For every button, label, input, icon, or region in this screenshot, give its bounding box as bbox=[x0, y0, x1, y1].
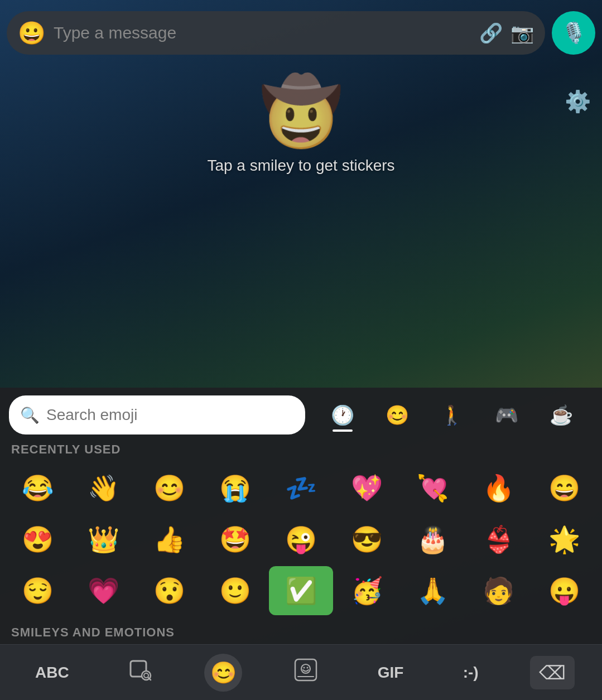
emoji-party-face[interactable]: 🥳 bbox=[335, 566, 399, 615]
emoji-sun-face[interactable]: 🌟 bbox=[533, 515, 596, 564]
people-tab-icon: 🚶 bbox=[440, 404, 464, 426]
emoji-crying[interactable]: 😭 bbox=[203, 464, 267, 513]
emoji-birthday-cake[interactable]: 🎂 bbox=[401, 515, 465, 564]
animated-emoji-button[interactable] bbox=[286, 653, 326, 692]
keyboard-row: ABC 😊 bbox=[0, 644, 602, 700]
tab-people[interactable]: 🚶 bbox=[435, 400, 469, 429]
emoji-heart-arrow[interactable]: 💘 bbox=[401, 464, 465, 513]
tab-smileys[interactable]: 😊 bbox=[380, 400, 415, 429]
mic-button[interactable]: 🎙️ bbox=[552, 11, 595, 55]
emoji-star-struck[interactable]: 🤩 bbox=[203, 515, 267, 564]
delete-button[interactable]: ⌫ bbox=[530, 656, 575, 689]
emoji-sparkle-heart[interactable]: 💖 bbox=[335, 464, 399, 513]
emoji-laughing-tears[interactable]: 😂 bbox=[6, 464, 69, 513]
activities-tab-icon: 🎮 bbox=[495, 404, 518, 426]
message-placeholder[interactable]: Type a message bbox=[54, 23, 471, 42]
emoji-crown[interactable]: 👑 bbox=[71, 515, 135, 564]
emoji-pink-heart[interactable]: 💗 bbox=[71, 566, 135, 615]
svg-point-5 bbox=[301, 664, 310, 673]
emoji-keyboard-icon: 😊 bbox=[210, 660, 237, 685]
emoji-bikini[interactable]: 👙 bbox=[467, 515, 531, 564]
search-row: 🔍 🕐 😊 🚶 🎮 ☕ bbox=[0, 388, 602, 435]
emoji-grinning[interactable]: 😄 bbox=[533, 464, 596, 513]
svg-point-6 bbox=[304, 667, 305, 669]
delete-icon: ⌫ bbox=[539, 662, 566, 684]
emoji-relieved[interactable]: 😌 bbox=[6, 566, 69, 615]
search-input[interactable] bbox=[46, 406, 294, 424]
emoji-winking-tongue[interactable]: 😜 bbox=[269, 515, 333, 564]
tab-recent[interactable]: 🕐 bbox=[325, 400, 360, 429]
abc-label: ABC bbox=[35, 664, 69, 682]
sticker-promo-text: Tap a smiley to get stickers bbox=[207, 157, 394, 175]
emoji-smiling[interactable]: 😊 bbox=[137, 464, 201, 513]
search-icon: 🔍 bbox=[20, 406, 40, 424]
sticker-promo: 🤠 Tap a smiley to get stickers bbox=[0, 73, 602, 175]
settings-icon[interactable]: ⚙️ bbox=[565, 89, 591, 114]
smileys-emotions-label: SMILEYS AND EMOTIONS bbox=[0, 617, 602, 644]
recent-tab-icon: 🕐 bbox=[331, 404, 354, 426]
svg-rect-4 bbox=[295, 659, 316, 680]
animated-emoji-icon bbox=[293, 658, 318, 687]
recently-used-label: RECENTLY USED bbox=[0, 435, 602, 461]
emoji-person-bowing[interactable]: 🧑 bbox=[467, 566, 531, 615]
emoji-panel: 🔍 🕐 😊 🚶 🎮 ☕ RECENTLY USED 😂 👋 😊 bbox=[0, 388, 602, 700]
emoji-heart-eyes[interactable]: 😍 bbox=[6, 515, 69, 564]
emoji-tongue-out[interactable]: 😛 bbox=[533, 566, 596, 615]
camera-icon[interactable]: 📷 bbox=[511, 22, 534, 44]
category-tabs: 🕐 😊 🚶 🎮 ☕ bbox=[311, 400, 594, 429]
abc-button[interactable]: ABC bbox=[27, 659, 77, 686]
sticker-mascot[interactable]: 🤠 bbox=[259, 73, 343, 151]
tab-food[interactable]: ☕ bbox=[544, 400, 579, 429]
sticker-keyboard-icon bbox=[128, 658, 153, 687]
gif-button[interactable]: GIF bbox=[370, 659, 412, 686]
food-tab-icon: ☕ bbox=[550, 404, 573, 426]
message-bar: 😀 Type a message 🔗 📷 🎙️ bbox=[7, 8, 595, 58]
emoji-zzz[interactable]: 💤 bbox=[269, 464, 333, 513]
emoji-open-icon[interactable]: 😀 bbox=[18, 20, 46, 46]
text-emoji-button[interactable]: :-) bbox=[455, 659, 487, 686]
emoji-hushed[interactable]: 😯 bbox=[137, 566, 201, 615]
emoji-fire[interactable]: 🔥 bbox=[467, 464, 531, 513]
svg-point-7 bbox=[307, 667, 309, 669]
emoji-folded-hands[interactable]: 🙏 bbox=[401, 566, 465, 615]
sticker-keyboard-button[interactable] bbox=[121, 653, 161, 692]
attach-icon[interactable]: 🔗 bbox=[479, 22, 503, 44]
mic-icon: 🎙️ bbox=[561, 21, 586, 45]
emoji-grid-recent: 😂 👋 😊 😭 💤 💖 💘 🔥 😄 😍 👑 👍 🤩 😜 😎 🎂 👙 🌟 😌 💗 … bbox=[0, 461, 602, 617]
tab-activities[interactable]: 🎮 bbox=[489, 400, 524, 429]
emoji-thumbs-up[interactable]: 👍 bbox=[137, 515, 201, 564]
gif-label: GIF bbox=[378, 664, 404, 682]
search-box[interactable]: 🔍 bbox=[9, 395, 305, 435]
emoji-keyboard-button[interactable]: 😊 bbox=[204, 654, 242, 692]
emoji-sunglasses[interactable]: 😎 bbox=[335, 515, 399, 564]
emoji-checkmark[interactable]: ✅ bbox=[269, 566, 333, 615]
emoji-slightly-smiling[interactable]: 🙂 bbox=[203, 566, 267, 615]
text-emoji-label: :-) bbox=[463, 664, 479, 682]
smileys-tab-icon: 😊 bbox=[386, 404, 409, 426]
message-input-area[interactable]: 😀 Type a message 🔗 📷 bbox=[7, 11, 545, 55]
emoji-waving-hand[interactable]: 👋 bbox=[71, 464, 135, 513]
